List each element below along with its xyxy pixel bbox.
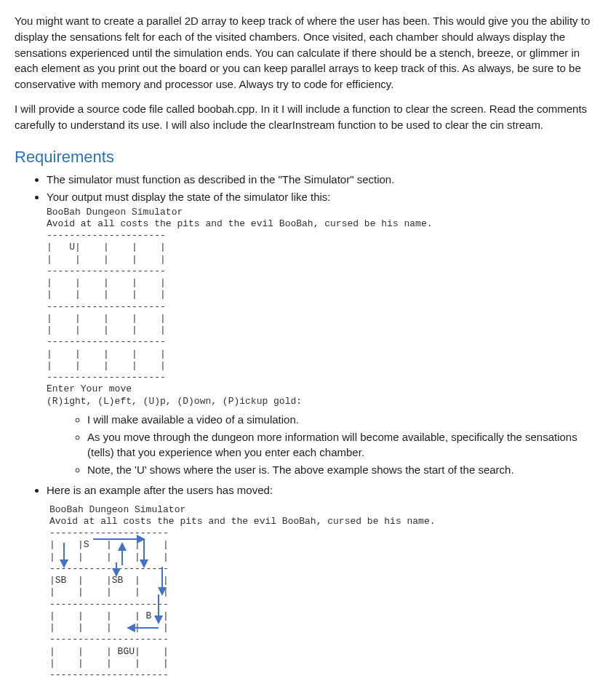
intro-paragraph-2: I will provide a source code file called… <box>15 101 601 133</box>
req-item-1: The simulator must function as described… <box>47 172 601 188</box>
req-item-3: Here is an example after the users has m… <box>47 482 601 498</box>
requirements-list: The simulator must function as described… <box>15 172 601 498</box>
req-sublist: I will make available a video of a simul… <box>47 412 601 478</box>
req-item-2: Your output must display the state of th… <box>47 189 601 478</box>
requirements-heading: Requirements <box>15 146 601 169</box>
intro-paragraph-1: You might want to create a parallel 2D a… <box>15 13 601 92</box>
req-sub-2: As you move through the dungeon more inf… <box>87 429 601 461</box>
req-sub-3: Note, the 'U' shows where the user is. T… <box>87 462 601 478</box>
simulator-output-2: BooBah Dungeon Simulator Avoid at all co… <box>49 504 436 681</box>
req-item-2-text: Your output must display the state of th… <box>47 191 330 203</box>
simulator-output-2-wrap: BooBah Dungeon Simulator Avoid at all co… <box>49 503 436 681</box>
simulator-output-1: BooBah Dungeon Simulator Avoid at all co… <box>47 207 601 407</box>
req-sub-1: I will make available a video of a simul… <box>87 412 601 428</box>
